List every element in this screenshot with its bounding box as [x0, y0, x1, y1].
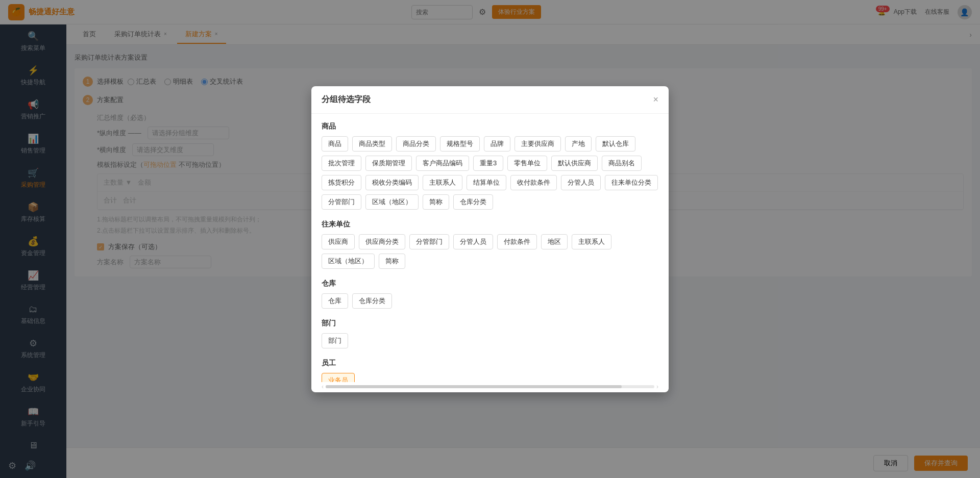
- modal-close-button[interactable]: ×: [653, 94, 658, 105]
- field-tag[interactable]: 税收分类编码: [365, 175, 419, 190]
- field-group-employee-title: 员工: [322, 359, 658, 368]
- field-tag[interactable]: 商品类型: [352, 136, 392, 152]
- field-tag[interactable]: 结算单位: [467, 175, 506, 190]
- field-tag[interactable]: 供应商: [322, 234, 355, 249]
- field-tag[interactable]: 地区: [541, 234, 568, 249]
- modal-overlay: 分组待选字段 × 商品 商品 商品类型 商品分类 规格型号 品牌 主要供应商 产…: [0, 0, 980, 478]
- field-tag-selected[interactable]: 业务员: [322, 373, 355, 382]
- field-tag[interactable]: 产地: [565, 136, 592, 152]
- modal-body: 商品 商品 商品类型 商品分类 规格型号 品牌 主要供应商 产地 默认仓库 批次…: [311, 114, 669, 382]
- field-tag[interactable]: 规格型号: [440, 136, 480, 152]
- field-tag[interactable]: 仓库分类: [453, 194, 493, 210]
- modal-title: 分组待选字段: [322, 94, 371, 105]
- field-tag[interactable]: 默认仓库: [596, 136, 635, 152]
- field-tag[interactable]: 分管人员: [453, 234, 493, 249]
- field-tags-employee: 业务员: [322, 373, 658, 382]
- field-group-dept: 部门 部门: [322, 319, 658, 348]
- field-group-goods: 商品 商品 商品类型 商品分类 规格型号 品牌 主要供应商 产地 默认仓库 批次…: [322, 122, 658, 210]
- field-tag[interactable]: 零售单位: [507, 156, 547, 171]
- field-tag[interactable]: 客户商品编码: [416, 156, 469, 171]
- field-group-warehouse: 仓库 仓库 仓库分类: [322, 279, 658, 309]
- field-tag[interactable]: 商品别名: [602, 156, 642, 171]
- field-group-warehouse-title: 仓库: [322, 279, 658, 288]
- scroll-left-arrow[interactable]: ‹: [322, 383, 324, 390]
- field-tag[interactable]: 简称: [423, 194, 449, 210]
- field-tag[interactable]: 区域（地区）: [365, 194, 419, 210]
- field-tag[interactable]: 分管部门: [322, 194, 361, 210]
- field-tag[interactable]: 批次管理: [322, 156, 361, 171]
- hscrollbar-track[interactable]: [326, 385, 654, 388]
- modal-dialog: 分组待选字段 × 商品 商品 商品类型 商品分类 规格型号 品牌 主要供应商 产…: [311, 86, 669, 392]
- field-group-partner: 往来单位 供应商 供应商分类 分管部门 分管人员 付款条件 地区 主联系人 区域…: [322, 220, 658, 269]
- field-tag[interactable]: 保质期管理: [365, 156, 412, 171]
- field-tag[interactable]: 分管人员: [561, 175, 601, 190]
- field-tag[interactable]: 仓库: [322, 293, 348, 309]
- field-tag[interactable]: 商品分类: [396, 136, 436, 152]
- field-tag[interactable]: 仓库分类: [352, 293, 392, 309]
- field-tags-goods: 商品 商品类型 商品分类 规格型号 品牌 主要供应商 产地 默认仓库 批次管理 …: [322, 136, 658, 210]
- field-tag[interactable]: 重量3: [473, 156, 503, 171]
- field-group-partner-title: 往来单位: [322, 220, 658, 229]
- field-tag[interactable]: 拣货积分: [322, 175, 361, 190]
- field-tag[interactable]: 品牌: [484, 136, 510, 152]
- field-tag[interactable]: 区域（地区）: [322, 254, 375, 269]
- field-tags-dept: 部门: [322, 333, 658, 348]
- field-tag[interactable]: 主联系人: [423, 175, 462, 190]
- field-tag[interactable]: 往来单位分类: [605, 175, 658, 190]
- field-tag[interactable]: 简称: [379, 254, 405, 269]
- modal-hscroll-area: ‹ ›: [311, 382, 669, 392]
- field-tag[interactable]: 主联系人: [572, 234, 611, 249]
- modal-header: 分组待选字段 ×: [311, 86, 669, 114]
- field-tag[interactable]: 主要供应商: [514, 136, 561, 152]
- field-tag[interactable]: 部门: [322, 333, 348, 348]
- field-tag[interactable]: 付款条件: [497, 234, 537, 249]
- field-tag[interactable]: 供应商分类: [359, 234, 405, 249]
- field-tag[interactable]: 商品: [322, 136, 348, 152]
- field-group-dept-title: 部门: [322, 319, 658, 328]
- field-tag[interactable]: 分管部门: [409, 234, 449, 249]
- field-tags-warehouse: 仓库 仓库分类: [322, 293, 658, 309]
- field-tag[interactable]: 收付款条件: [510, 175, 557, 190]
- field-group-employee: 员工 业务员: [322, 359, 658, 382]
- scroll-right-arrow[interactable]: ›: [656, 383, 658, 390]
- field-group-goods-title: 商品: [322, 122, 658, 131]
- field-tag[interactable]: 默认供应商: [551, 156, 598, 171]
- hscrollbar-thumb[interactable]: [326, 385, 622, 388]
- field-tags-partner: 供应商 供应商分类 分管部门 分管人员 付款条件 地区 主联系人 区域（地区） …: [322, 234, 658, 269]
